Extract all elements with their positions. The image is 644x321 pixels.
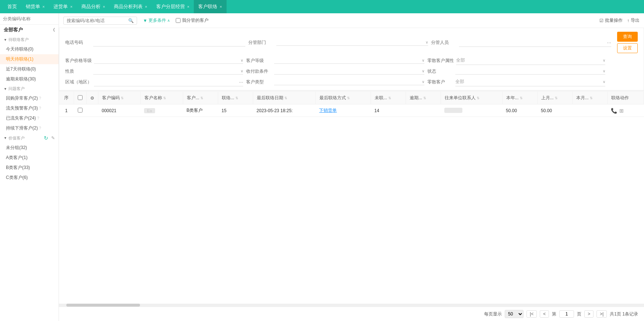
query-button[interactable]: 查询	[617, 32, 638, 42]
nav-item-product-list[interactable]: 商品分析列表 ×	[109, 0, 151, 13]
scrollbar-area	[59, 304, 644, 307]
current-page-input[interactable]	[559, 310, 574, 318]
my-customers-checkbox[interactable]	[176, 18, 181, 23]
first-page-btn[interactable]: |<	[526, 310, 537, 318]
filter-person-dots[interactable]: ···	[607, 39, 611, 45]
filter-region: 区域（地区） ···	[65, 78, 243, 86]
cell-gear	[86, 104, 98, 117]
sidebar-item-class-b[interactable]: B类客户(33)	[0, 163, 59, 173]
my-customers-checkbox-label[interactable]: 我分管的客户	[176, 17, 209, 24]
filter-status-label: 状态	[427, 68, 453, 75]
sidebar-item-lost-risk[interactable]: 流失预警客户(3) ?	[0, 103, 59, 113]
batch-operation-btn[interactable]: ☑ 批量操作	[599, 17, 623, 24]
filter-region-label: 区域（地区）	[65, 79, 92, 85]
cell-last-month: 50.00	[537, 104, 572, 117]
export-btn[interactable]: ↑ 导出	[627, 17, 640, 24]
sidebar-item-decline[interactable]: 持续下滑客户(2) ?	[0, 123, 59, 133]
sidebar-item-week-contact[interactable]: 近7天待联络(0)	[0, 64, 59, 74]
filter-region-dots[interactable]: ···	[239, 79, 244, 85]
filter-payment-label: 收付款条件	[246, 68, 272, 75]
filter-scattered-customer-select[interactable]: 全部 ∨	[455, 77, 605, 86]
filter-scattered-attr-select[interactable]: 全部 ∨	[456, 56, 605, 65]
pagination: 每页显示 50 100 200 |< < 第 页 > >| 共1页 1条记录	[59, 307, 644, 321]
contact-call-icon[interactable]: 📞	[611, 108, 617, 114]
filter-customer-level: 客户等级 ∨	[246, 57, 424, 64]
gear-icon[interactable]: ⚙	[90, 96, 94, 101]
search-icon[interactable]: 🔍	[128, 18, 134, 23]
filter-price-level-select[interactable]: ∨	[94, 57, 243, 64]
next-page-btn[interactable]: >	[584, 310, 594, 318]
filter-phone-input[interactable]	[93, 39, 245, 46]
last-contact-link[interactable]: 下销货单	[319, 108, 337, 113]
triangle-value: ▼	[4, 136, 7, 140]
scrollbar-thumb[interactable]	[66, 304, 140, 307]
filter-more-btn[interactable]: ▼ 更多条件 ∧	[140, 16, 173, 25]
nav-item-purchase[interactable]: 进货单 ×	[49, 0, 77, 13]
filter-nature-select[interactable]: ∨	[93, 68, 243, 75]
nav-item-sales-order[interactable]: 销货单 ×	[21, 0, 49, 13]
sidebar-item-lost[interactable]: 已流失客户(24) ?	[0, 113, 59, 123]
sidebar-item-tomorrow-contact[interactable]: 明天待联络(1)	[0, 54, 59, 64]
row-checkbox[interactable]	[78, 108, 83, 113]
sidebar-group-pending: ▼ 待联络客户	[0, 35, 59, 44]
sidebar-item-unclassified[interactable]: 未分组(32)	[0, 143, 59, 153]
col-header-customer-type: 客户... ⇅	[183, 92, 218, 104]
close-icon-product-list[interactable]: ×	[145, 4, 147, 9]
page-prefix-label: 第	[552, 311, 556, 317]
nav-item-customer-contact[interactable]: 客户联络 ×	[194, 0, 226, 13]
sort-icon-way: ⇅	[347, 96, 350, 100]
filter-more-label: 更多条件	[148, 17, 166, 24]
nav-purchase-label: 进货单	[53, 3, 68, 10]
sidebar-item-class-a[interactable]: A类客户(1)	[0, 153, 59, 163]
sidebar-item-class-c[interactable]: C类客户(6)	[0, 173, 59, 183]
cell-customer-name: Ea	[140, 104, 183, 117]
filter-scattered-attr-chevron-icon: ∨	[603, 58, 605, 62]
nav-customer-segment-label: 客户分层经营	[156, 3, 185, 10]
filter-customer-level-select[interactable]: ∨	[274, 57, 424, 64]
per-page-label: 每页显示	[484, 311, 502, 317]
sidebar-item-overdue-contact[interactable]: 逾期未联络(30)	[0, 74, 59, 84]
filter-region-select[interactable]: ···	[94, 78, 243, 86]
cell-company-contact	[441, 104, 502, 117]
settings-button[interactable]: 设置	[617, 43, 638, 53]
close-icon-purchase[interactable]: ×	[70, 4, 72, 9]
cell-this-year: 50.00	[502, 104, 537, 117]
nav-item-home[interactable]: 首页	[3, 0, 21, 13]
sort-icon-code: ⇅	[121, 96, 124, 100]
select-all-checkbox[interactable]	[78, 95, 83, 100]
value-refresh-icon[interactable]: ↻	[44, 135, 48, 141]
close-icon-sales[interactable]: ×	[42, 4, 45, 9]
page-suffix-label: 页	[577, 311, 581, 317]
sidebar-item-today-contact[interactable]: 今天待联络(0)	[0, 44, 59, 54]
sidebar-all-customers[interactable]: 全部客户 《	[0, 25, 59, 35]
col-header-no: 序	[59, 92, 74, 104]
contact-qr-icon[interactable]: ⊞	[619, 108, 624, 114]
close-icon-customer-contact[interactable]: ×	[220, 4, 222, 9]
sort-icon-not-contacted: ⇅	[388, 96, 391, 100]
sidebar-search-input[interactable]	[3, 16, 58, 21]
per-page-select[interactable]: 50 100 200	[505, 310, 524, 318]
nav-item-product-analysis[interactable]: 商品分析 ×	[77, 0, 109, 13]
filter-scattered-customer-label: 零散客户	[427, 79, 453, 85]
top-nav: 首页 销货单 × 进货单 × 商品分析 × 商品分析列表 × 客户分层经营 × …	[0, 0, 644, 13]
filter-dept-chevron-icon: ∨	[426, 40, 428, 44]
last-page-btn[interactable]: >|	[596, 310, 607, 318]
prev-page-btn[interactable]: <	[540, 310, 549, 318]
filter-payment-select[interactable]: ∨	[274, 68, 424, 75]
col-header-not-contacted: 未联... ⇅	[371, 92, 406, 104]
search-input[interactable]	[67, 18, 127, 23]
filter-person-select[interactable]: ···	[459, 38, 611, 47]
filter-price-level-label: 客户价格等级	[65, 58, 92, 64]
value-edit-icon[interactable]: ✎	[51, 135, 55, 141]
close-icon-customer-segment[interactable]: ×	[187, 4, 189, 9]
sidebar-item-repeat-abnormal[interactable]: 回购异常客户(2) ?	[0, 93, 59, 103]
close-icon-product-analysis[interactable]: ×	[103, 4, 105, 9]
filter-customer-type-select[interactable]: ∨	[274, 79, 424, 85]
filter-status-select[interactable]: ∨	[455, 68, 605, 75]
col-header-last-contact-way: 最后联络方式 ⇅	[315, 92, 371, 104]
all-customers-label: 全部客户	[4, 27, 23, 33]
filter-dept-select[interactable]: ∨	[276, 39, 428, 46]
nav-item-customer-segment[interactable]: 客户分层经营 ×	[152, 0, 194, 13]
problems-group-label: 问题客户	[8, 86, 25, 92]
triangle-problems: ▼	[4, 87, 7, 91]
